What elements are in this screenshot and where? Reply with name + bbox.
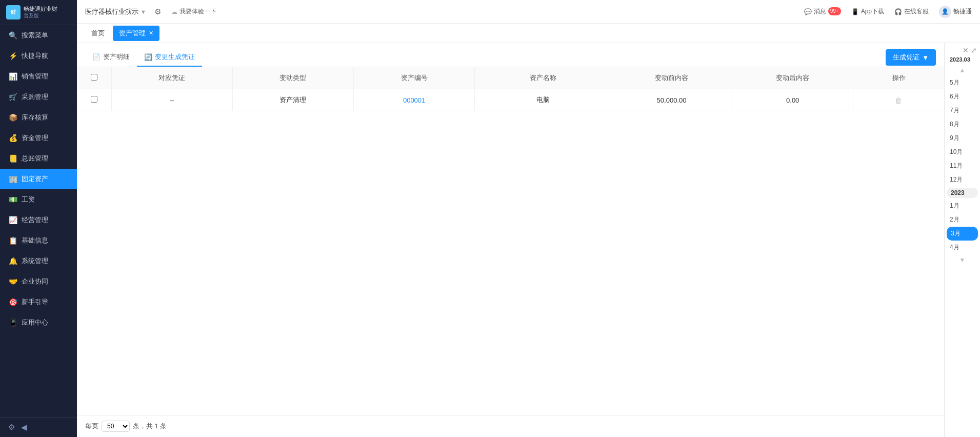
sidebar-item-label: 采购管理 — [22, 92, 48, 102]
sub-tab-change-voucher-label: 变更生成凭证 — [155, 52, 195, 62]
sidebar-item-label: 工资 — [22, 195, 35, 204]
sidebar-item-label: 销售管理 — [22, 72, 48, 81]
sidebar-item-label: 快捷导航 — [22, 51, 48, 61]
date-month-4[interactable]: 4月 — [945, 241, 980, 254]
th-voucher: 对应凭证 — [111, 67, 232, 89]
generate-chevron-icon: ▼ — [922, 54, 929, 62]
sub-tab-asset-detail[interactable]: 📄 资产明细 — [85, 48, 137, 67]
close-panel-icon[interactable]: ✕ — [963, 46, 969, 54]
page-size-select[interactable]: 50 10 20 100 — [102, 421, 130, 432]
basic-info-icon: 📋 — [8, 236, 17, 245]
expand-panel-icon[interactable]: ⤢ — [971, 46, 977, 54]
row-operation: 🗑 — [853, 89, 944, 111]
fixed-assets-icon: 🏢 — [8, 175, 17, 183]
tab-close-icon[interactable]: ✕ — [149, 30, 153, 36]
sidebar-item-basic-info[interactable]: 📋 基础信息 — [0, 230, 77, 251]
sidebar-item-fund[interactable]: 💰 资金管理 — [0, 128, 77, 148]
date-month-1[interactable]: 1月 — [945, 199, 980, 213]
sidebar-item-guide[interactable]: 🎯 新手引导 — [0, 292, 77, 312]
pagination: 每页 50 10 20 100 条，共 1 条 — [77, 415, 944, 437]
sidebar-item-search[interactable]: 🔍 搜索菜单 — [0, 25, 77, 46]
experience-btn[interactable]: ☁ 我要体验一下 — [171, 7, 216, 16]
sidebar-item-sales[interactable]: 📊 销售管理 — [0, 66, 77, 87]
sidebar-item-management[interactable]: 📈 经营管理 — [0, 210, 77, 230]
sidebar-item-fixed-assets[interactable]: 🏢 固定资产 — [0, 169, 77, 189]
date-month-9[interactable]: 9月 — [945, 131, 980, 145]
date-month-7[interactable]: 7月 — [945, 104, 980, 117]
sidebar-item-inventory[interactable]: 📦 库存核算 — [0, 107, 77, 128]
sidebar-item-ledger[interactable]: 📒 总账管理 — [0, 148, 77, 169]
payroll-icon: 💵 — [8, 195, 17, 204]
user-btn[interactable]: 👤 畅捷通 — [939, 6, 972, 18]
right-panel-header: ✕ ⤢ — [945, 43, 980, 54]
customer-service-label: 在线客服 — [904, 7, 929, 16]
date-month-5[interactable]: 5月 — [945, 76, 980, 90]
asset-detail-icon: 📄 — [92, 53, 101, 61]
sidebar-logo: 财 畅捷通好业财 普及版 — [0, 0, 77, 25]
date-month-8[interactable]: 8月 — [945, 117, 980, 131]
delete-icon[interactable]: 🗑 — [895, 96, 903, 105]
tab-home[interactable]: 首页 — [85, 26, 111, 41]
collab-icon: 🤝 — [8, 277, 17, 286]
app-download-icon: 📱 — [851, 8, 859, 15]
sidebar: 财 畅捷通好业财 普及版 🔍 搜索菜单 ⚡ 快捷导航 📊 销售管理 🛒 采购管理… — [0, 0, 77, 437]
row-after-content: 0.00 — [732, 89, 853, 111]
app-logo-icon: 财 — [6, 5, 21, 19]
management-icon: 📈 — [8, 216, 17, 224]
row-asset-name: 电脑 — [475, 89, 611, 111]
table-header-row: 对应凭证 变动类型 资产编号 资产名称 变动前内容 变动后内容 操作 — [77, 67, 944, 89]
sidebar-item-purchase[interactable]: 🛒 采购管理 — [0, 87, 77, 107]
tab-asset-mgmt[interactable]: 资产管理 ✕ — [113, 26, 159, 41]
sidebar-item-label: 新手引导 — [22, 297, 48, 307]
row-voucher: -- — [111, 89, 232, 111]
select-all-checkbox[interactable] — [91, 74, 97, 81]
sidebar-item-label: 搜索菜单 — [22, 31, 48, 40]
sidebar-item-system[interactable]: 🔔 系统管理 — [0, 251, 77, 271]
table-row: -- 资产清理 000001 电脑 50,000.00 0.00 🗑 — [77, 89, 944, 111]
date-month-3-active[interactable]: 3月 — [947, 227, 978, 241]
generate-voucher-button[interactable]: 生成凭证 ▼ — [886, 49, 936, 66]
sub-tab-change-voucher[interactable]: 🔄 变更生成凭证 — [137, 48, 202, 67]
date-scroll-up-icon[interactable]: ▲ — [945, 65, 980, 76]
customer-service-icon: 🎧 — [894, 8, 902, 15]
date-month-10[interactable]: 10月 — [945, 145, 980, 159]
sidebar-item-label: 库存核算 — [22, 113, 48, 122]
company-selector[interactable]: 医疗器械行业演示 ▼ — [85, 7, 146, 16]
purchase-icon: 🛒 — [8, 93, 17, 101]
sidebar-item-payroll[interactable]: 💵 工资 — [0, 189, 77, 210]
experience-label: 我要体验一下 — [179, 7, 216, 16]
row-checkbox[interactable] — [91, 96, 97, 103]
th-after-content: 变动后内容 — [732, 67, 853, 89]
app-download-btn[interactable]: 📱 App下载 — [851, 7, 884, 16]
sub-tabs: 📄 资产明细 🔄 变更生成凭证 生成凭证 ▼ — [77, 43, 944, 67]
date-month-12[interactable]: 12月 — [945, 173, 980, 187]
sidebar-item-app-center[interactable]: 📱 应用中心 — [0, 312, 77, 333]
sidebar-item-quick-nav[interactable]: ⚡ 快捷导航 — [0, 46, 77, 66]
settings-icon[interactable]: ⚙ — [8, 423, 15, 432]
right-panel: ✕ ⤢ 2023.03 ▲ 5月 6月 7月 8月 9月 10月 11月 12月… — [944, 43, 980, 437]
date-scroll-down-icon[interactable]: ▼ — [945, 254, 980, 266]
data-table: 对应凭证 变动类型 资产编号 资产名称 变动前内容 变动后内容 操作 — [77, 67, 944, 111]
topbar-settings-icon[interactable]: ⚙ — [154, 7, 161, 16]
app-logo-title: 畅捷通好业财 — [24, 5, 57, 12]
date-scroll: ▲ 5月 6月 7月 8月 9月 10月 11月 12月 2023 1月 2月 … — [945, 64, 980, 437]
topbar-right: 💬 消息 99+ 📱 App下载 🎧 在线客服 👤 畅捷通 — [804, 6, 972, 18]
customer-service-btn[interactable]: 🎧 在线客服 — [894, 7, 929, 16]
th-operation: 操作 — [853, 67, 944, 89]
sidebar-item-label: 资金管理 — [22, 133, 48, 143]
search-icon: 🔍 — [8, 31, 17, 39]
date-month-11[interactable]: 11月 — [945, 159, 980, 173]
notifications-label: 消息 — [814, 7, 826, 16]
sidebar-item-collab[interactable]: 🤝 企业协同 — [0, 271, 77, 292]
app-center-icon: 📱 — [8, 319, 17, 327]
tab-home-label: 首页 — [91, 29, 105, 37]
tabs-bar: 首页 资产管理 ✕ — [77, 24, 980, 43]
quick-nav-icon: ⚡ — [8, 52, 17, 60]
guide-icon: 🎯 — [8, 298, 17, 306]
notifications-btn[interactable]: 💬 消息 99+ — [804, 7, 841, 16]
row-change-type: 资产清理 — [232, 89, 353, 111]
collapse-icon[interactable]: ◀ — [21, 423, 27, 432]
date-month-6[interactable]: 6月 — [945, 90, 980, 104]
date-month-2[interactable]: 2月 — [945, 213, 980, 227]
date-year-prev-label: 2023.03 — [945, 54, 980, 64]
